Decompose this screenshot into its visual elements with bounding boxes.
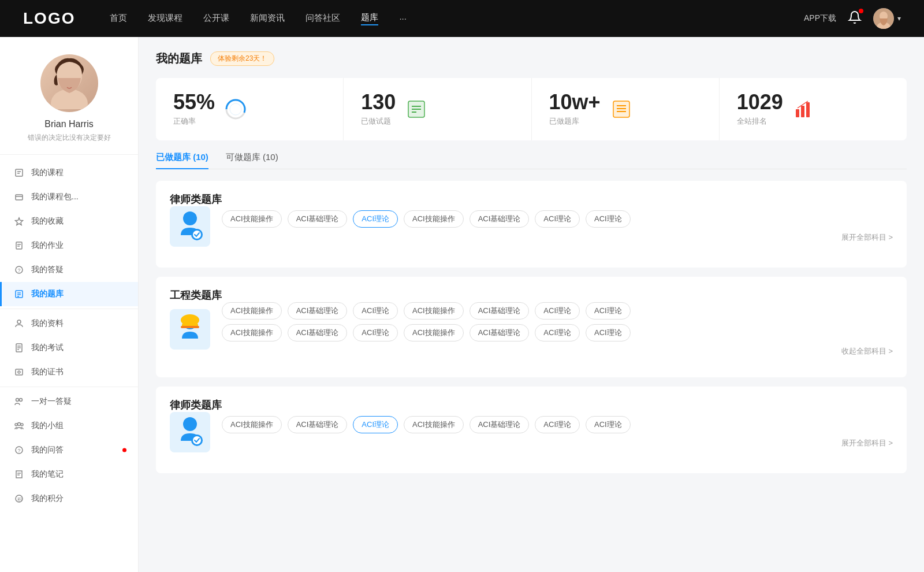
tags-row-engineer-1: ACI技能操作 ACI基础理论 ACI理论 ACI技能操作 ACI基础理论 AC… <box>222 302 893 320</box>
sidebar-label-question-bank: 我的题库 <box>31 289 64 299</box>
tag[interactable]: ACI基础理论 <box>288 324 348 341</box>
collapse-btn-engineer[interactable]: 收起全部科目 > <box>222 346 893 356</box>
profile-section: Brian Harris 错误的决定比没有决定要好 <box>0 54 138 155</box>
tag[interactable]: ACI理论 <box>586 416 631 433</box>
tag[interactable]: ACI基础理论 <box>470 416 530 433</box>
main-content: 我的题库 体验剩余23天！ 55% 正确率 <box>139 37 924 572</box>
user-avatar <box>873 8 894 29</box>
main-layout: Brian Harris 错误的决定比没有决定要好 我的课程 <box>0 0 924 572</box>
nav-open-course[interactable]: 公开课 <box>203 13 229 25</box>
tag[interactable]: ACI理论 <box>535 210 580 228</box>
sidebar-item-question-bank[interactable]: 我的题库 <box>0 282 138 306</box>
groups-icon <box>14 421 24 431</box>
svg-rect-60 <box>181 326 199 328</box>
stat-value-done-questions: 130 <box>361 92 396 113</box>
sidebar-item-homework[interactable]: 我的作业 <box>0 233 138 258</box>
sidebar-item-favorites[interactable]: 我的收藏 <box>0 209 138 233</box>
expand-btn-lawyer-1[interactable]: 展开全部科目 > <box>222 232 893 243</box>
sidebar-label-certificates: 我的证书 <box>31 367 64 377</box>
tag[interactable]: ACI理论 <box>535 302 580 320</box>
nav-question-bank[interactable]: 题库 <box>361 12 378 25</box>
tag[interactable]: ACI基础理论 <box>470 210 530 228</box>
sidebar-label-one-on-one: 一对一答疑 <box>31 396 72 407</box>
profile-avatar <box>40 54 98 112</box>
points-icon: 积 <box>14 493 24 504</box>
sidebar-item-exams[interactable]: 我的考试 <box>0 336 138 360</box>
bank-header-engineer: ACI技能操作 ACI基础理论 ACI理论 ACI技能操作 ACI基础理论 AC… <box>170 302 893 356</box>
tag[interactable]: ACI基础理论 <box>288 416 348 433</box>
tag[interactable]: ACI理论 <box>535 416 580 433</box>
tag[interactable]: ACI基础理论 <box>288 210 348 228</box>
tab-done-banks[interactable]: 已做题库 (10) <box>156 152 208 169</box>
svg-rect-11 <box>16 242 22 249</box>
tag[interactable]: ACI技能操作 <box>404 416 464 433</box>
tag[interactable]: ACI技能操作 <box>404 324 464 341</box>
tag[interactable]: ACI基础理论 <box>470 324 530 341</box>
tag[interactable]: ACI技能操作 <box>222 302 282 320</box>
tag[interactable]: ACI理论 <box>586 302 631 320</box>
profile-avatar-inner <box>40 54 98 112</box>
sidebar-label-profile: 我的资料 <box>31 318 64 329</box>
tag[interactable]: ACI基础理论 <box>470 302 530 320</box>
tag[interactable]: ACI技能操作 <box>222 324 282 341</box>
nav-more[interactable]: ··· <box>399 13 407 24</box>
svg-point-30 <box>15 424 17 426</box>
tag-active[interactable]: ACI理论 <box>353 416 398 433</box>
sidebar-item-one-on-one[interactable]: 一对一答疑 <box>0 389 138 414</box>
sidebar-item-questions[interactable]: ? 我的问答 <box>0 438 138 462</box>
tag[interactable]: ACI技能操作 <box>404 302 464 320</box>
stat-label-accuracy: 正确率 <box>173 116 215 127</box>
sidebar-item-profile[interactable]: 我的资料 <box>0 311 138 336</box>
stat-card-done-banks: 10w+ 已做题库 <box>532 78 720 140</box>
tab-available-banks[interactable]: 可做题库 (10) <box>226 152 278 169</box>
nav-discover[interactable]: 发现课程 <box>148 13 182 25</box>
sidebar-item-points[interactable]: 积 我的积分 <box>0 486 138 511</box>
bank-card-lawyer-2: 律师类题库 ACI技能操作 ACI基础理论 ACI理论 <box>156 387 907 473</box>
tag[interactable]: ACI基础理论 <box>288 302 348 320</box>
tag-active[interactable]: ACI理论 <box>353 210 398 228</box>
nav-qa[interactable]: 问答社区 <box>305 13 340 25</box>
svg-point-28 <box>20 399 23 402</box>
tag[interactable]: ACI理论 <box>535 324 580 341</box>
stat-card-accuracy: 55% 正确率 <box>156 78 344 140</box>
nav-home[interactable]: 首页 <box>110 13 127 25</box>
sidebar-item-groups[interactable]: 我的小组 <box>0 414 138 438</box>
tag[interactable]: ACI理论 <box>586 210 631 228</box>
bank-title-engineer: 工程类题库 <box>170 288 893 302</box>
notification-bell[interactable] <box>848 10 862 27</box>
stat-info-done-questions: 130 已做试题 <box>361 92 396 127</box>
cert-icon <box>14 367 24 377</box>
svg-point-26 <box>18 371 20 373</box>
tag[interactable]: ACI技能操作 <box>222 416 282 433</box>
app-download-btn[interactable]: APP下载 <box>804 13 836 24</box>
tags-section-lawyer-1: ACI技能操作 ACI基础理论 ACI理论 ACI技能操作 ACI基础理论 AC… <box>222 210 893 243</box>
page-header: 我的题库 体验剩余23天！ <box>156 51 907 66</box>
expand-btn-lawyer-2[interactable]: 展开全部科目 > <box>222 438 893 448</box>
bank-icon-engineer <box>170 309 210 350</box>
sidebar-item-certificates[interactable]: 我的证书 <box>0 360 138 384</box>
sidebar-item-qa[interactable]: ? 我的答疑 <box>0 258 138 282</box>
tag[interactable]: ACI技能操作 <box>404 210 464 228</box>
sidebar-item-courses[interactable]: 我的课程 <box>0 161 138 185</box>
tag[interactable]: ACI理论 <box>353 302 398 320</box>
svg-rect-8 <box>16 195 23 200</box>
sidebar-item-packages[interactable]: 我的课程包... <box>0 185 138 209</box>
svg-rect-25 <box>16 369 23 375</box>
profile-motto: 错误的决定比没有决定要好 <box>28 133 111 143</box>
sidebar-label-groups: 我的小组 <box>31 421 64 431</box>
user-avatar-wrap[interactable]: ▾ <box>873 8 901 29</box>
tag[interactable]: ACI理论 <box>586 324 631 341</box>
ranking-icon <box>792 98 815 121</box>
navbar-right: APP下载 ▾ <box>804 8 901 29</box>
tags-row-lawyer-2: ACI技能操作 ACI基础理论 ACI理论 ACI技能操作 ACI基础理论 AC… <box>222 416 893 433</box>
tag[interactable]: ACI理论 <box>353 324 398 341</box>
exams-icon <box>14 343 24 353</box>
logo[interactable]: LOGO <box>23 9 75 28</box>
stats-row: 55% 正确率 130 已做试题 <box>156 78 907 140</box>
profile-name: Brian Harris <box>44 119 93 129</box>
nav-news[interactable]: 新闻资讯 <box>250 13 285 25</box>
sidebar-item-notes[interactable]: 我的笔记 <box>0 462 138 486</box>
tag[interactable]: ACI技能操作 <box>222 210 282 228</box>
packages-icon <box>14 192 24 202</box>
one-on-one-icon <box>14 396 24 407</box>
